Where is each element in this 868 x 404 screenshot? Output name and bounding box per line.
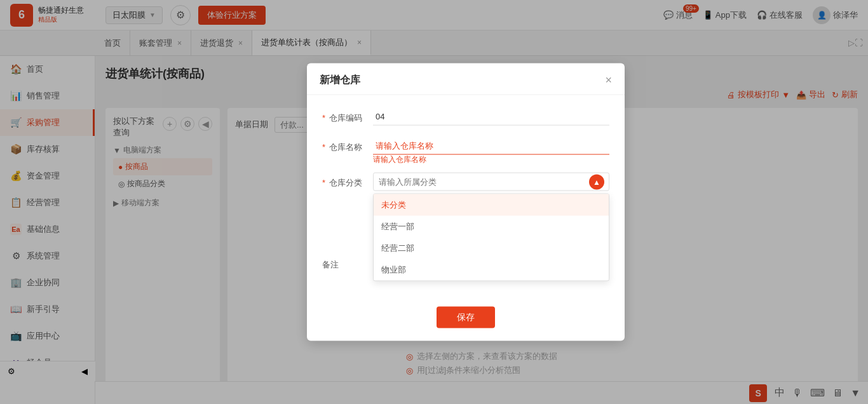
name-label: * 仓库名称 [322,137,373,153]
dialog-title: 新增仓库 [320,74,360,87]
dialog-close-button[interactable]: × [605,74,612,87]
name-error-message: 请输入仓库名称 [373,154,426,165]
code-label: * 仓库编码 [322,108,373,124]
save-button[interactable]: 保存 [437,307,495,328]
category-dropdown: 未分类 经营一部 经营二部 物业部 [373,194,609,281]
form-row-code: * 仓库编码 [322,108,609,126]
form-row-name: * 仓库名称 请输入仓库名称 [322,137,609,155]
category-label: * 仓库分类 [322,173,373,189]
chevron-up-icon: ▲ [593,177,600,186]
required-star: * [322,178,325,187]
required-star: * [322,113,325,123]
note-label: 备注 [322,255,373,271]
dropdown-item-unclassified[interactable]: 未分类 [374,194,609,216]
required-star: * [322,142,325,152]
dialog-header: 新增仓库 × [307,64,625,95]
category-arrow-button[interactable]: ▲ [589,174,604,189]
category-input[interactable] [373,173,609,191]
code-input[interactable] [373,108,609,126]
form-row-category: * 仓库分类 ▲ 未分类 经营一部 经营二部 物业部 [322,173,609,191]
category-wrapper: ▲ 未分类 经营一部 经营二部 物业部 [373,173,609,191]
name-input[interactable] [373,137,609,155]
dropdown-item-dept2[interactable]: 经营二部 [374,238,609,259]
dropdown-item-dept3[interactable]: 物业部 [374,259,609,281]
dropdown-item-dept1[interactable]: 经营一部 [374,216,609,238]
dialog-footer: 保存 [307,299,625,341]
dialog-body: * 仓库编码 * 仓库名称 请输入仓库名称 * 仓库分类 ▲ [307,95,625,299]
new-warehouse-dialog: 新增仓库 × * 仓库编码 * 仓库名称 请输入仓库名称 * 仓库分类 [307,64,625,341]
